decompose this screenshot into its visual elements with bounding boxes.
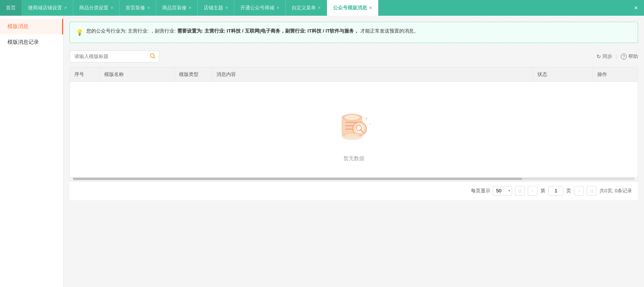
tab-close-menu[interactable]: × <box>318 6 321 10</box>
svg-text:✦: ✦ <box>369 122 372 126</box>
search-input[interactable] <box>70 51 159 62</box>
tab-close-wshop[interactable]: × <box>64 6 67 10</box>
sidebar: 模版消息模版消息记录 <box>0 16 64 287</box>
col-header-seq: 序号 <box>70 67 100 82</box>
notice-text: 您的公众号行业为: 主营行业: ，副营行业: 需要设置为: 主营行业: IT科技… <box>86 27 419 35</box>
tab-close-template[interactable]: × <box>369 6 372 10</box>
sync-button[interactable]: ↻ 同步 <box>597 53 612 60</box>
search-button[interactable] <box>150 53 155 60</box>
tab-home[interactable]: 首页 <box>0 0 22 16</box>
empty-illustration: ✦ ✦ <box>332 104 376 149</box>
search-right: ↻ 同步 | ? 帮助 <box>597 53 638 60</box>
sync-icon: ↻ <box>597 54 601 59</box>
tab-theme[interactable]: 店铺主题 × <box>198 0 234 16</box>
notice-suffix: 才能正常发送预置的消息。 <box>360 28 419 34</box>
tab-bar: 首页微商城店铺设置 ×商品分类设置 ×首页装修 ×商品页装修 ×店铺主题 ×开通… <box>0 0 644 16</box>
notice-box: 💡 您的公众号行业为: 主营行业: ，副营行业: 需要设置为: 主营行业: IT… <box>70 22 638 43</box>
search-bar: ↻ 同步 | ? 帮助 <box>70 51 638 62</box>
page-last-button[interactable]: ⟩⟩ <box>587 186 597 196</box>
notice-highlight: 需要设置为: 主营行业: IT科技 / 互联网|电子商务，副营行业: IT科技 … <box>177 28 359 34</box>
page-number-input[interactable] <box>548 186 563 196</box>
page-size-wrap: 每页显示 50 10 20 100 ▾ <box>471 186 512 196</box>
scrollbar-thumb <box>73 178 522 180</box>
svg-line-1 <box>154 57 155 58</box>
sidebar-item-template-msg[interactable]: 模版消息 <box>0 19 63 34</box>
tab-wshop[interactable]: 微商城店铺设置 × <box>22 0 73 16</box>
help-button[interactable]: ? 帮助 <box>621 53 638 60</box>
col-header-status: 状态 <box>533 67 593 82</box>
tab-category[interactable]: 商品分类设置 × <box>73 0 120 16</box>
tab-template[interactable]: 公众号模版消息 × <box>327 0 378 16</box>
tab-menu[interactable]: 自定义菜单 × <box>286 0 327 16</box>
empty-state: ✦ ✦ 暂无数据 <box>70 82 638 177</box>
tab-close-category[interactable]: × <box>111 6 113 10</box>
tab-close-product[interactable]: × <box>189 6 191 10</box>
notice-prefix: 您的公众号行业为: 主营行业: ，副营行业: <box>86 28 176 34</box>
global-close-button[interactable]: × <box>628 4 644 12</box>
notice-icon: 💡 <box>76 28 83 37</box>
scrollbar-area[interactable] <box>70 177 638 181</box>
page-unit-label: 页 <box>566 187 571 194</box>
page-total: 共0页, 0条记录 <box>600 187 632 194</box>
tab-product[interactable]: 商品页装修 × <box>156 0 198 16</box>
col-header-content: 消息内容 <box>212 67 533 82</box>
col-header-type: 模版类型 <box>175 67 212 82</box>
page-size-select[interactable]: 50 10 20 100 <box>493 186 512 196</box>
tab-close-homepage[interactable]: × <box>147 6 150 10</box>
tab-close-mall[interactable]: × <box>277 6 279 10</box>
col-header-action: 操作 <box>593 67 638 82</box>
tab-mall[interactable]: 开通公众号商城 × <box>234 0 286 16</box>
divider: | <box>616 54 617 59</box>
search-input-wrap <box>70 51 159 62</box>
page-size-select-wrap: 50 10 20 100 ▾ <box>493 186 512 196</box>
page-size-label: 每页显示 <box>471 187 490 194</box>
sidebar-item-template-record[interactable]: 模版消息记录 <box>0 34 63 50</box>
content-area: 💡 您的公众号行业为: 主营行业: ，副营行业: 需要设置为: 主营行业: IT… <box>64 16 644 287</box>
svg-point-5 <box>345 115 360 120</box>
page-prev-button[interactable]: ‹ <box>528 186 537 196</box>
page-label: 第 <box>540 187 545 194</box>
svg-text:✦: ✦ <box>364 116 368 121</box>
help-label: 帮助 <box>628 53 638 60</box>
svg-point-16 <box>345 134 360 139</box>
page-next-button[interactable]: › <box>574 186 584 196</box>
table-header: 序号 模版名称 模版类型 消息内容 状态 操作 <box>70 67 638 82</box>
scrollbar-track <box>73 178 635 180</box>
pagination-bar: 每页显示 50 10 20 100 ▾ ⟨⟨ ‹ 第 页 › ⟩⟩ 共0页, 0… <box>70 181 638 200</box>
main-layout: 模版消息模版消息记录 💡 您的公众号行业为: 主营行业: ，副营行业: 需要设置… <box>0 16 644 287</box>
empty-text: 暂无数据 <box>343 155 364 162</box>
tab-close-theme[interactable]: × <box>225 6 228 10</box>
col-header-name: 模版名称 <box>100 67 175 82</box>
help-icon: ? <box>621 54 627 59</box>
page-first-button[interactable]: ⟨⟨ <box>515 186 525 196</box>
tab-homepage[interactable]: 首页装修 × <box>120 0 156 16</box>
sync-label: 同步 <box>603 53 612 60</box>
search-left <box>70 51 159 62</box>
table: 序号 模版名称 模版类型 消息内容 状态 操作 <box>70 67 638 181</box>
